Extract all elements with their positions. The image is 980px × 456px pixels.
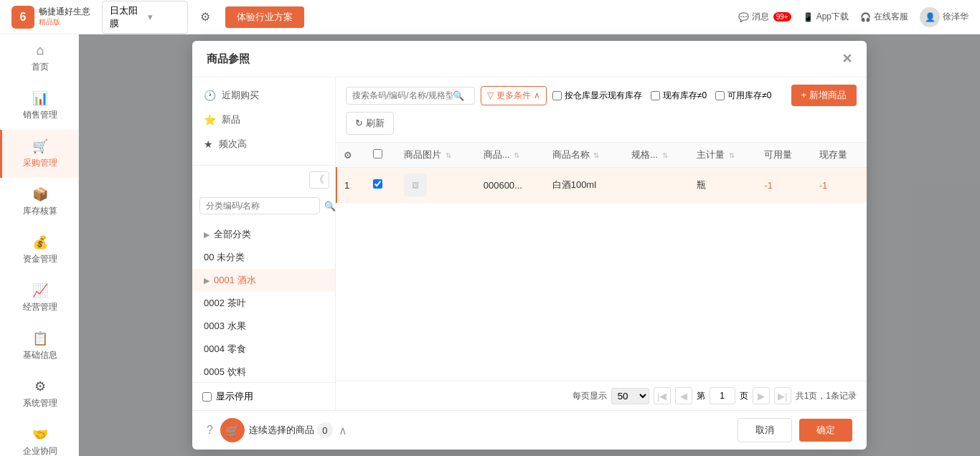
sidebar-label: 系统管理 xyxy=(23,397,57,409)
check-nonzero-stock[interactable]: 现有库存≠0 xyxy=(651,90,707,102)
left-panel: 🕐 近期购买 ⭐ 新品 ★ 频次高 xyxy=(192,77,336,410)
category-0003[interactable]: 0003 水果 xyxy=(192,315,335,338)
nav-service[interactable]: 🎧 在线客服 xyxy=(860,11,908,23)
more-filters-button[interactable]: ▽ 更多条件 ∧ xyxy=(481,86,547,105)
enterprise-icon: 🤝 xyxy=(32,427,48,442)
inventory-icon: 📦 xyxy=(32,186,48,202)
sidebar-item-finance[interactable]: 💰 资金管理 xyxy=(0,226,78,274)
col-image: 商品图片 ⇅ xyxy=(397,143,476,168)
sidebar-label: 库存核算 xyxy=(23,205,57,217)
col-unit: 主计量 ⇅ xyxy=(689,143,757,168)
category-00[interactable]: 00 未分类 xyxy=(192,246,335,269)
row-checkbox[interactable] xyxy=(373,179,382,189)
collapse-up-icon[interactable]: ∧ xyxy=(339,424,347,437)
per-page-select[interactable]: 50 10 20 100 xyxy=(611,388,649,404)
chevron-down-icon: ▾ xyxy=(148,11,180,22)
show-disabled-checkbox[interactable] xyxy=(202,392,212,402)
operations-icon: 📈 xyxy=(32,282,48,298)
cancel-button[interactable]: 取消 xyxy=(738,418,792,442)
category-all[interactable]: ▶ 全部分类 xyxy=(192,223,335,246)
sidebar-label: 销售管理 xyxy=(23,109,57,121)
sidebar-label: 企业协同 xyxy=(23,445,57,456)
user-area[interactable]: 👤 徐泽华 xyxy=(920,7,969,27)
category-0001[interactable]: ▶ 0001 酒水 xyxy=(192,269,335,292)
warehouse-stock-checkbox[interactable] xyxy=(552,91,562,100)
next-page-button[interactable]: ▶ xyxy=(753,387,770,404)
username: 徐泽华 xyxy=(943,11,969,23)
gear-icon[interactable]: ⚙ xyxy=(194,6,217,29)
product-search-input[interactable] xyxy=(352,90,453,100)
nav-right: 💬 消息 99+ 📱 App下载 🎧 在线客服 👤 徐泽华 xyxy=(738,7,969,27)
close-icon[interactable]: ✕ xyxy=(842,51,852,67)
app-icon: 📱 xyxy=(803,12,814,22)
col-available: 可用量 xyxy=(757,143,811,168)
logo-sub: 精品版 xyxy=(39,17,90,27)
tab-new[interactable]: ⭐ 新品 xyxy=(192,108,335,132)
confirm-button[interactable]: 确定 xyxy=(799,419,852,442)
trial-button[interactable]: 体验行业方案 xyxy=(225,6,304,28)
category-search: 🔍 xyxy=(192,191,335,220)
category-0005[interactable]: 0005 饮料 xyxy=(192,361,335,382)
nav-app-download[interactable]: 📱 App下载 xyxy=(803,11,849,23)
left-panel-tabs: 🕐 近期购买 ⭐ 新品 ★ 频次高 xyxy=(192,77,335,162)
sales-icon: 📊 xyxy=(32,90,48,106)
cell-checkbox[interactable] xyxy=(366,168,397,203)
col-checkbox[interactable] xyxy=(366,143,397,168)
col-spec: 规格... ⇅ xyxy=(624,143,689,168)
last-page-button[interactable]: ▶| xyxy=(774,387,791,404)
first-page-button[interactable]: |◀ xyxy=(654,387,671,404)
check-available-stock[interactable]: 可用库存≠0 xyxy=(715,90,771,102)
sidebar-item-purchase[interactable]: 🛒 采购管理 xyxy=(0,130,78,178)
page-total: 共1页，1条记录 xyxy=(796,390,857,402)
tab-new-label: 新品 xyxy=(222,113,240,126)
message-badge: 99+ xyxy=(773,12,791,22)
sidebar-item-inventory[interactable]: 📦 库存核算 xyxy=(0,178,78,226)
sidebar-item-home[interactable]: ⌂ 首页 xyxy=(0,34,78,82)
headphone-icon: 🎧 xyxy=(860,12,871,22)
recent-icon: 🕐 xyxy=(204,90,216,101)
tab-recent[interactable]: 🕐 近期购买 xyxy=(192,83,335,108)
cart-icon[interactable]: 🛒 xyxy=(220,418,245,442)
search-icon[interactable]: 🔍 xyxy=(453,90,464,101)
tab-frequent[interactable]: ★ 频次高 xyxy=(192,132,335,156)
tab-recent-label: 近期购买 xyxy=(222,89,259,102)
category-search-input[interactable] xyxy=(199,197,320,214)
available-stock-checkbox[interactable] xyxy=(715,91,725,100)
nonzero-stock-checkbox[interactable] xyxy=(651,91,660,100)
message-icon: 💬 xyxy=(738,12,749,22)
modal-title: 商品参照 xyxy=(207,52,250,66)
search-icon[interactable]: 🔍 xyxy=(324,201,336,212)
check-warehouse-stock[interactable]: 按仓库显示现有库存 xyxy=(552,90,642,102)
sidebar-item-basic-info[interactable]: 📋 基础信息 xyxy=(0,322,78,370)
purchase-icon: 🛒 xyxy=(32,138,48,154)
sidebar-item-enterprise[interactable]: 🤝 企业协同 xyxy=(0,418,78,456)
cell-stock: -1 xyxy=(812,168,867,203)
select-all-checkbox[interactable] xyxy=(373,149,382,158)
home-icon: ⌂ xyxy=(37,43,44,58)
cell-num: 1 xyxy=(336,168,366,203)
right-panel: 🔍 ▽ 更多条件 ∧ 按仓库显示现有库存 xyxy=(336,77,867,410)
prev-page-button[interactable]: ◀ xyxy=(675,387,692,404)
add-product-button[interactable]: + 新增商品 xyxy=(791,85,857,106)
refresh-button[interactable]: ↻ 刷新 xyxy=(346,112,394,135)
collapse-icon[interactable]: 《 xyxy=(309,171,329,189)
product-table: ⚙ 商品图片 ⇅ 商品... ⇅ xyxy=(336,143,867,203)
cell-unit: 瓶 xyxy=(689,168,757,203)
new-icon: ⭐ xyxy=(204,114,216,125)
sidebar-item-sales[interactable]: 📊 销售管理 xyxy=(0,82,78,130)
help-icon[interactable]: ? xyxy=(207,424,213,437)
page-number-input[interactable] xyxy=(710,387,735,404)
col-settings[interactable]: ⚙ xyxy=(336,143,366,168)
sidebar-item-operations[interactable]: 📈 经营管理 xyxy=(0,274,78,322)
col-code: 商品... ⇅ xyxy=(476,143,545,168)
logo-name: 畅捷通好生意 xyxy=(39,6,90,18)
category-0004[interactable]: 0004 零食 xyxy=(192,338,335,361)
category-0002[interactable]: 0002 茶叶 xyxy=(192,292,335,315)
avatar: 👤 xyxy=(920,7,940,27)
nav-message[interactable]: 💬 消息 99+ xyxy=(738,11,791,23)
nav-selector[interactable]: 日太阳膜 ▾ xyxy=(102,1,188,34)
product-thumbnail: 🖼 xyxy=(404,174,427,196)
table-row[interactable]: 1 🖼 000600... 白酒100ml xyxy=(336,168,867,203)
sidebar-item-system[interactable]: ⚙ 系统管理 xyxy=(0,370,78,418)
category-tree: ▶ 全部分类 00 未分类 ▶ 0001 酒水 0002 茶 xyxy=(192,220,335,382)
